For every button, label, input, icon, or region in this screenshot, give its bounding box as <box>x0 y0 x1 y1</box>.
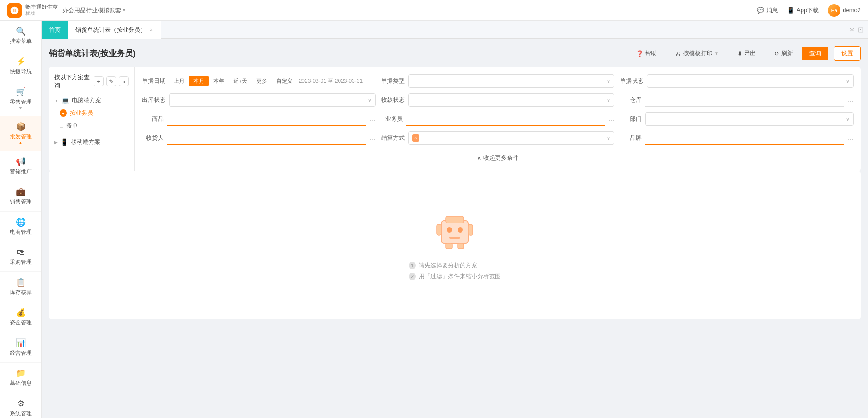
print-arrow-icon: ▼ <box>714 51 719 56</box>
brand-input[interactable] <box>645 131 844 145</box>
doc-type-arrow-icon: ∨ <box>607 78 610 84</box>
hint-num-2: 2 <box>409 273 416 280</box>
date-buttons: 上月 本月 本年 近7天 更多 自定义 2023-03-01 至 2023-03… <box>169 76 376 86</box>
sidebar-item-basic[interactable]: 📁 基础信息 <box>0 363 41 393</box>
collapse-label: 收起更多条件 <box>483 154 519 162</box>
date-this-year-btn[interactable]: 本年 <box>209 76 229 86</box>
app-download-action[interactable]: 📱 App下载 <box>787 6 819 14</box>
dept-select[interactable]: ∨ <box>645 112 854 126</box>
tree-item-by-order[interactable]: ≡ 按单 <box>49 119 134 132</box>
tab-active[interactable]: 销货单统计表（按业务员） × <box>68 21 161 39</box>
doc-status-label: 单据状态 <box>620 77 647 85</box>
sidebar-item-marketing[interactable]: 📢 营销推广 <box>0 151 41 181</box>
dept-label: 部门 <box>620 115 645 123</box>
settlement-x-btn[interactable]: × <box>412 134 419 142</box>
dept-value: ∨ <box>645 112 854 126</box>
sidebar-item-system[interactable]: ⚙ 系统管理 <box>0 393 41 418</box>
tree-section-mobile-header[interactable]: ▶ 📱 移动端方案 <box>49 136 134 148</box>
date-last-month-btn[interactable]: 上月 <box>169 76 189 86</box>
svg-point-2 <box>447 227 452 233</box>
sidebar-item-wholesale[interactable]: 📦 批发管理 ▲ <box>0 116 41 151</box>
refresh-btn[interactable]: ↺ 刷新 <box>771 48 797 59</box>
tab-maximize-btn[interactable]: ⊡ <box>858 25 863 34</box>
edit-scheme-btn[interactable]: ✎ <box>106 76 116 86</box>
out-status-select[interactable]: ∨ <box>169 93 376 107</box>
export-btn[interactable]: ⬇ 导出 <box>734 48 760 59</box>
print-btn[interactable]: 🖨 按模板打印 ▼ <box>672 48 722 59</box>
tree-item-by-salesperson[interactable]: ● 按业务员 <box>49 107 134 119</box>
mobile-section-label: 移动端方案 <box>71 138 100 146</box>
sidebar-item-inventory[interactable]: 📋 库存核算 <box>0 272 41 302</box>
breadcrumb-dropdown-icon[interactable]: ▾ <box>123 8 125 13</box>
logo-icon <box>7 3 22 18</box>
date-this-month-btn[interactable]: 本月 <box>189 76 209 86</box>
collapse-scheme-btn[interactable]: « <box>119 76 129 86</box>
help-label: 帮助 <box>645 49 657 57</box>
doc-type-value: ∨ <box>408 74 615 88</box>
goods-dots[interactable]: ... <box>369 115 375 123</box>
settlement-select[interactable]: × ∨ <box>408 131 615 145</box>
salesperson-dots[interactable]: ... <box>609 115 614 123</box>
tab-close-icon[interactable]: × <box>149 26 154 34</box>
message-action[interactable]: 💬 消息 <box>757 6 778 14</box>
query-btn[interactable]: 查询 <box>802 47 828 60</box>
active-scheme-icon: ● <box>60 109 67 117</box>
sidebar-item-operations[interactable]: 📊 经营管理 <box>0 332 41 363</box>
consignee-dots[interactable]: ... <box>369 134 375 142</box>
brand-dots[interactable]: ... <box>848 134 854 142</box>
main-panel: 按以下方案查询 + ✎ « <box>49 67 861 171</box>
sidebar-item-quicknav[interactable]: ⚡ 快捷导航 <box>0 51 41 81</box>
tree-item-order-label: 按单 <box>66 122 78 130</box>
tab-minimize-btn[interactable]: × <box>850 26 854 34</box>
goods-field: 商品 ... <box>142 112 376 126</box>
collapse-row[interactable]: ∧ 收起更多条件 <box>142 150 854 164</box>
svg-rect-7 <box>446 243 452 249</box>
sidebar-item-retail[interactable]: 🛒 零售管理 ▼ <box>0 81 41 116</box>
user-action[interactable]: Ea demo2 <box>828 4 861 17</box>
page-title-row: 销货单统计表(按业务员) ❓ 帮助 🖨 按模板打印 ▼ <box>49 46 861 61</box>
salesperson-field: 业务员 ... <box>381 112 615 126</box>
settlement-arrow-icon: ∨ <box>607 135 610 141</box>
salesperson-input[interactable] <box>406 112 605 126</box>
sidebar-item-search[interactable]: 🔍 搜索菜单 <box>0 21 41 51</box>
sidebar-item-search-label: 搜索菜单 <box>2 38 39 45</box>
warehouse-dots[interactable]: ... <box>848 96 854 104</box>
export-label: 导出 <box>744 49 756 57</box>
left-panel-actions: + ✎ « <box>94 76 129 86</box>
goods-label: 商品 <box>142 115 167 123</box>
empty-hints: 1 请先选择要分析的方案 2 用「过滤」条件来缩小分析范围 <box>409 261 501 283</box>
sidebar-item-system-label: 系统管理 <box>2 410 39 418</box>
date-recent7-btn[interactable]: 近7天 <box>229 76 252 86</box>
left-panel: 按以下方案查询 + ✎ « <box>49 67 135 171</box>
date-range-text: 2023-03-01 至 2023-03-31 <box>299 77 363 85</box>
settings-btn-label: 设置 <box>841 49 853 57</box>
receipt-status-field: 收款状态 ∨ <box>381 93 615 107</box>
warehouse-input[interactable] <box>645 93 844 107</box>
sidebar-item-sales[interactable]: 💼 销售管理 <box>0 181 41 212</box>
date-more-btn[interactable]: 更多 <box>252 76 272 86</box>
sidebar-item-ecommerce[interactable]: 🌐 电商管理 <box>0 212 41 242</box>
sidebar-item-finance[interactable]: 💰 资金管理 <box>0 302 41 332</box>
sidebar-item-purchase[interactable]: 🛍 采购管理 <box>0 242 41 272</box>
tab-home[interactable]: 首页 <box>42 21 68 39</box>
doc-status-select[interactable]: ∨ <box>647 74 854 88</box>
settlement-value: × ∨ <box>408 131 615 145</box>
tree-section-mobile: ▶ 📱 移动端方案 <box>49 134 134 150</box>
receipt-status-select[interactable]: ∨ <box>408 93 615 107</box>
hint-text-1: 请先选择要分析的方案 <box>419 261 477 270</box>
message-label: 消息 <box>766 6 778 14</box>
sidebar: 🔍 搜索菜单 ⚡ 快捷导航 🛒 零售管理 ▼ 📦 批发管理 ▲ 📢 营销推广 <box>0 21 42 418</box>
consignee-input[interactable] <box>167 131 366 145</box>
logo-line2: 标版 <box>25 10 58 17</box>
add-scheme-btn[interactable]: + <box>94 76 104 86</box>
tree-mobile-arrow-icon: ▶ <box>54 140 58 145</box>
print-label: 按模板打印 <box>683 49 712 57</box>
tree-section-pc-header[interactable]: ▼ 💻 电脑端方案 <box>49 94 134 107</box>
date-custom-btn[interactable]: 自定义 <box>272 76 297 86</box>
settings-btn[interactable]: 设置 <box>834 46 861 61</box>
doc-type-select[interactable]: ∨ <box>408 74 615 88</box>
sidebar-item-operations-label: 经营管理 <box>2 349 39 357</box>
help-btn[interactable]: ❓ 帮助 <box>632 48 660 59</box>
goods-input[interactable] <box>167 112 366 126</box>
mobile-section-icon: 📱 <box>61 138 68 146</box>
